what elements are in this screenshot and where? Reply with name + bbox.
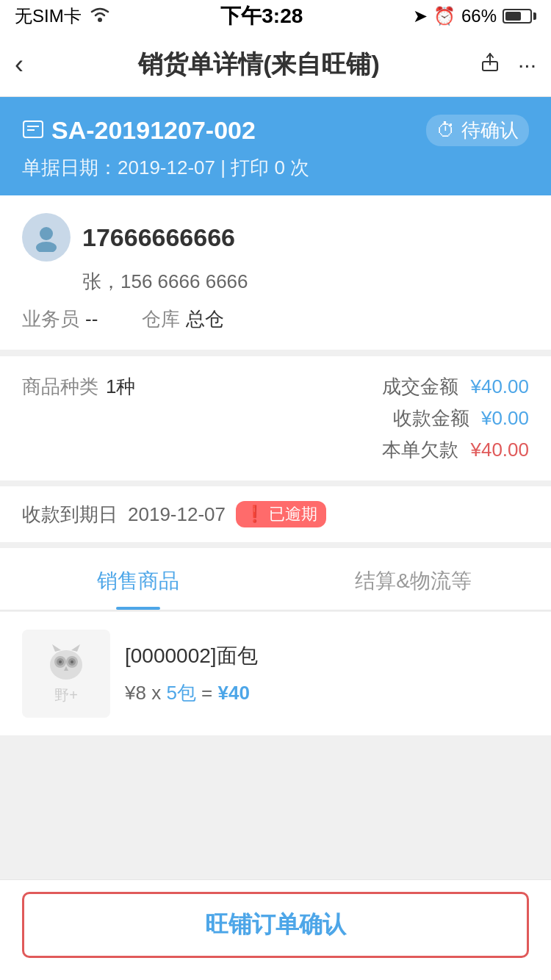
balance-value: ¥40.00 (470, 439, 529, 461)
tab-settlement-logistics[interactable]: 结算&物流等 (276, 548, 551, 610)
product-price: ¥8 x 5包 = ¥40 (125, 680, 529, 706)
overdue-text: 已逾期 (269, 503, 317, 525)
product-total: ¥40 (218, 682, 250, 704)
svg-marker-17 (71, 644, 80, 652)
location-icon: ➤ (413, 6, 428, 26)
svg-point-6 (40, 227, 53, 240)
salesperson-value: -- (85, 308, 98, 331)
warning-icon: ❗ (245, 505, 264, 524)
product-brand-label: 野+ (54, 685, 78, 705)
avatar (22, 213, 71, 262)
product-unit-price: ¥8 (125, 682, 146, 704)
status-bar: 无SIM卡 下午3:28 ➤ ⏰ 66% (0, 0, 551, 32)
due-date-value: 2019-12-07 (128, 503, 226, 526)
status-right: ➤ ⏰ 66% (413, 6, 536, 26)
svg-point-7 (36, 242, 57, 252)
warehouse-meta: 仓库 总仓 (142, 306, 224, 332)
warehouse-label: 仓库 (142, 306, 180, 332)
battery-icon (503, 9, 536, 24)
status-badge: ⏱ 待确认 (426, 115, 529, 146)
share-icon[interactable] (480, 51, 500, 77)
transaction-row: 成交金额 ¥40.00 (382, 374, 529, 400)
alarm-icon: ⏰ (433, 6, 455, 26)
customer-section: 17666666666 张，156 6666 6666 业务员 -- 仓库 总仓 (0, 195, 551, 350)
svg-marker-16 (52, 644, 61, 652)
wifi-icon (89, 6, 111, 26)
clock-icon: ⏱ (436, 119, 455, 142)
multiply-sign: x (151, 682, 161, 704)
meta-row: 业务员 -- 仓库 总仓 (22, 306, 529, 332)
tab-sales-products[interactable]: 销售商品 (0, 548, 276, 610)
received-value: ¥0.00 (481, 407, 529, 430)
customer-row: 17666666666 (22, 213, 529, 262)
nav-right-actions: ··· (480, 51, 536, 77)
svg-point-0 (98, 18, 102, 22)
overdue-badge: ❗ 已逾期 (236, 501, 326, 527)
warehouse-value: 总仓 (186, 306, 224, 332)
svg-point-14 (71, 660, 73, 663)
amounts-right: 成交金额 ¥40.00 收款金额 ¥0.00 本单欠款 ¥40.00 (382, 374, 529, 463)
due-date-label: 收款到期日 (22, 502, 118, 527)
bottom-spacer (0, 735, 551, 897)
more-icon[interactable]: ··· (518, 52, 536, 77)
product-types-label: 商品种类 (22, 374, 98, 400)
order-date: 单据日期：2019-12-07 | 打印 0 次 (22, 155, 529, 181)
tab-bar: 销售商品 结算&物流等 (0, 548, 551, 610)
page-title: 销货单详情(来自旺铺) (38, 48, 480, 82)
salesperson-meta: 业务员 -- (22, 306, 98, 332)
product-qty: 5包 (166, 682, 195, 704)
equals-sign: = (201, 682, 212, 704)
order-id: SA-20191207-002 (22, 116, 256, 145)
salesperson-label: 业务员 (22, 306, 79, 332)
product-name: [0000002]面包 (125, 642, 529, 670)
amount-section: 商品种类 1种 成交金额 ¥40.00 收款金额 ¥0.00 本单欠款 ¥40.… (0, 350, 551, 486)
received-row: 收款金额 ¥0.00 (393, 406, 529, 431)
balance-row: 本单欠款 ¥40.00 (382, 437, 529, 463)
product-section: 野+ [0000002]面包 ¥8 x 5包 = ¥40 (0, 612, 551, 735)
status-left: 无SIM卡 (15, 4, 111, 28)
confirm-order-button[interactable]: 旺铺订单确认 (22, 892, 529, 958)
carrier-text: 无SIM卡 (15, 4, 82, 28)
product-types-value: 1种 (106, 374, 135, 400)
balance-label: 本单欠款 (382, 437, 458, 463)
bottom-bar: 旺铺订单确认 (0, 879, 551, 980)
status-time: 下午3:28 (220, 2, 303, 30)
product-item: 野+ [0000002]面包 ¥8 x 5包 = ¥40 (22, 630, 529, 718)
product-info: [0000002]面包 ¥8 x 5包 = ¥40 (125, 642, 529, 706)
order-icon (22, 116, 44, 145)
due-date-section: 收款到期日 2019-12-07 ❗ 已逾期 (0, 486, 551, 548)
order-card-top: SA-20191207-002 ⏱ 待确认 (22, 115, 529, 146)
back-button[interactable]: ‹ (15, 49, 38, 80)
svg-point-13 (59, 660, 62, 663)
product-thumbnail: 野+ (22, 630, 110, 718)
customer-name: 张，156 6666 6666 (82, 269, 529, 295)
nav-bar: ‹ 销货单详情(来自旺铺) ··· (0, 32, 551, 97)
order-card: SA-20191207-002 ⏱ 待确认 单据日期：2019-12-07 | … (0, 97, 551, 195)
svg-point-8 (50, 650, 82, 680)
received-label: 收款金额 (393, 406, 469, 431)
product-types: 商品种类 1种 (22, 374, 135, 400)
product-thumb-owl: 野+ (40, 643, 92, 705)
battery-percent: 66% (461, 6, 497, 26)
transaction-value: ¥40.00 (470, 375, 529, 398)
customer-phone: 17666666666 (82, 223, 235, 252)
transaction-label: 成交金额 (382, 374, 458, 400)
